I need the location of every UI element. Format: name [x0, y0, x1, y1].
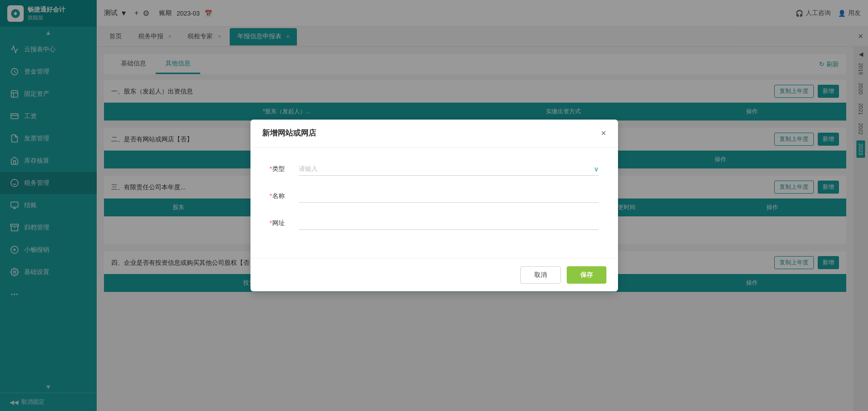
- form-field-url: *网址: [270, 216, 599, 230]
- type-input[interactable]: [299, 162, 599, 176]
- modal-overlay: 新增网站或网店 × *类型 ∨ *名称: [0, 0, 868, 411]
- modal-add-website: 新增网站或网店 × *类型 ∨ *名称: [250, 120, 618, 291]
- save-button[interactable]: 保存: [567, 266, 606, 284]
- modal-header: 新增网站或网店 ×: [250, 120, 618, 148]
- url-input[interactable]: [299, 216, 599, 230]
- url-label: *网址: [270, 219, 299, 228]
- url-label-text: 网址: [272, 219, 285, 227]
- cancel-button[interactable]: 取消: [520, 266, 561, 284]
- modal-title: 新增网站或网店: [262, 128, 316, 138]
- type-input-wrap: ∨: [299, 162, 599, 176]
- modal-close-button[interactable]: ×: [601, 128, 606, 138]
- type-label: *类型: [270, 165, 299, 173]
- type-label-text: 类型: [272, 165, 285, 172]
- name-input-wrap: [299, 189, 599, 203]
- form-field-type: *类型 ∨: [270, 162, 599, 176]
- url-input-wrap: [299, 216, 599, 230]
- modal-body: *类型 ∨ *名称 *网址: [250, 148, 618, 258]
- modal-footer: 取消 保存: [250, 258, 618, 291]
- name-label-text: 名称: [272, 192, 285, 199]
- name-input[interactable]: [299, 189, 599, 203]
- name-label: *名称: [270, 192, 299, 200]
- type-dropdown-icon[interactable]: ∨: [594, 165, 599, 173]
- form-field-name: *名称: [270, 189, 599, 203]
